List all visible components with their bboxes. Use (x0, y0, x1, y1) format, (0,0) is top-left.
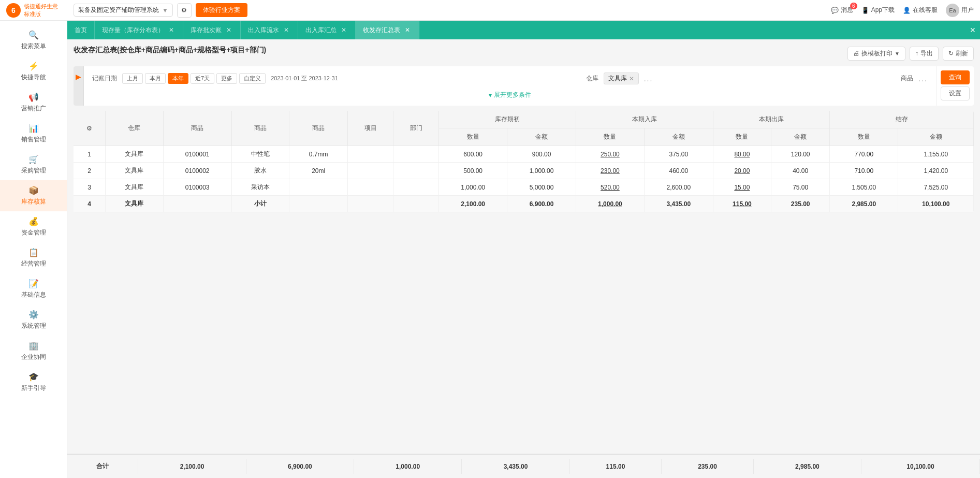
tab-bar: 首页 现存量（库存分布表） ✕ 库存批次账 ✕ 出入库流水 ✕ 出入库汇总 ✕ … (67, 21, 980, 39)
app-download-button[interactable]: 📱 App下载 (861, 6, 895, 15)
row-bal-amt: 1,155.00 (898, 146, 974, 163)
sidebar-item-basic[interactable]: 📝 基础信息 (0, 273, 67, 305)
row-in-qty[interactable]: 250.00 (576, 146, 644, 163)
row-out-amt: 75.00 (771, 179, 830, 196)
date-label: 记账日期 (92, 74, 117, 83)
row-in-amt: 375.00 (645, 146, 713, 163)
th-open-qty: 数量 (439, 128, 507, 146)
trial-button[interactable]: 体验行业方案 (196, 3, 247, 17)
tab-close-flow[interactable]: ✕ (282, 26, 290, 34)
sidebar-item-inventory[interactable]: 📦 库存核算 (0, 180, 67, 211)
sidebar-item-sales[interactable]: 📊 销售管理 (0, 118, 67, 149)
sidebar-item-search[interactable]: 🔍 搜索菜单 (0, 25, 67, 56)
row-out-qty[interactable]: 15.00 (713, 179, 771, 196)
th-in-qty: 数量 (576, 128, 644, 146)
tab-home[interactable]: 首页 (67, 21, 95, 39)
date-btn-this-month[interactable]: 本月 (145, 73, 166, 84)
subtotal-spec (289, 196, 348, 212)
basic-icon: 📝 (28, 279, 39, 288)
quick-icon: ⚡ (28, 61, 39, 71)
expand-button[interactable]: ▾ 展开更多条件 (489, 91, 531, 99)
warehouse-tag-close[interactable]: ✕ (629, 75, 634, 82)
row-in-qty[interactable]: 230.00 (576, 163, 644, 179)
tab-recv-send[interactable]: 收发存汇总表 ✕ (356, 21, 419, 39)
date-btn-last-month[interactable]: 上月 (122, 73, 143, 84)
th-bal-amt: 金额 (898, 128, 974, 146)
sidebar-item-purchase[interactable]: 🛒 采购管理 (0, 149, 67, 180)
filter-section: ▶ 记账日期 上月 本月 本年 近7天 更多 自定义 2023-01-01 (74, 66, 974, 106)
online-service-button[interactable]: 👤 在线客服 (903, 6, 938, 15)
service-icon: 👤 (903, 7, 911, 14)
row-out-qty[interactable]: 80.00 (713, 146, 771, 163)
row-spec: 0.7mm (289, 146, 348, 163)
footer-bal-qty: 2,985.00 (753, 459, 861, 474)
export-button[interactable]: ↑ 导出 (910, 47, 939, 61)
sidebar-item-system[interactable]: ⚙️ 系统管理 (0, 305, 67, 336)
query-button[interactable]: 查询 (941, 70, 970, 84)
sales-icon: 📊 (28, 123, 39, 133)
th-group-balance: 结存 (830, 111, 974, 128)
tab-flow[interactable]: 出入库流水 ✕ (241, 21, 298, 39)
row-warehouse: 文具库 (106, 163, 163, 179)
row-in-qty[interactable]: 520.00 (576, 179, 644, 196)
row-open-amt: 900.00 (507, 146, 576, 163)
subtotal-in-qty[interactable]: 1,000.00 (576, 196, 644, 212)
subtotal-out-qty[interactable]: 115.00 (713, 196, 771, 212)
message-button[interactable]: 💬 消息 6 (831, 6, 853, 15)
user-button[interactable]: Ea 用户 (946, 4, 974, 17)
footer-total-bar: 合计 2,100.00 6,900.00 1,000.00 3,435.00 1… (67, 454, 980, 478)
footer-open-amt: 6,900.00 (246, 459, 354, 474)
tab-close-batch[interactable]: ✕ (225, 26, 233, 34)
logo-text: 畅捷通好生意 标准版 (24, 3, 58, 18)
arrow-icon: ▶ (76, 73, 81, 81)
th-project: 项目 (348, 111, 393, 146)
row-name: 中性笔 (231, 146, 289, 163)
title-toolbar-row: 收发存汇总表(按仓库+商品编码+商品+规格型号+项目+部门) 🖨 换模板打印 ▼… (74, 46, 974, 61)
settings-button[interactable]: 设置 (941, 86, 970, 100)
subtotal-project (348, 196, 393, 212)
tab-close-inventory-dist[interactable]: ✕ (167, 26, 175, 34)
settings-icon[interactable]: ⚙ (177, 3, 192, 18)
refresh-button[interactable]: ↻ 刷新 (943, 47, 974, 61)
corp-icon: 🏢 (28, 341, 39, 351)
sidebar-item-newbie[interactable]: 🎓 新手引导 (0, 367, 67, 398)
logo-icon: 6 (6, 3, 21, 18)
date-btn-this-year[interactable]: 本年 (168, 73, 188, 84)
sidebar-item-operations[interactable]: 📋 经营管理 (0, 242, 67, 273)
template-print-button[interactable]: 🖨 换模板打印 ▼ (847, 47, 905, 61)
tab-summary[interactable]: 出入库汇总 ✕ (298, 21, 356, 39)
date-range-text: 2023-01-01 至 2023-12-31 (271, 75, 338, 82)
row-in-amt: 2,600.00 (645, 179, 713, 196)
tab-close-recv-send[interactable]: ✕ (403, 26, 412, 34)
th-group-open: 库存期初 (439, 111, 576, 128)
th-in-amt: 金额 (645, 128, 713, 146)
footer-out-qty: 115.00 (569, 459, 662, 474)
table-settings-icon[interactable]: ⚙ (86, 125, 92, 132)
tab-close-summary[interactable]: ✕ (340, 26, 348, 34)
footer-in-amt: 3,435.00 (462, 459, 569, 474)
row-open-qty: 600.00 (439, 146, 507, 163)
layout: 🔍 搜索菜单 ⚡ 快捷导航 📢 营销推广 📊 销售管理 🛒 采购管理 📦 库存核… (0, 0, 980, 478)
date-btn-7days[interactable]: 近7天 (191, 73, 214, 84)
row-name: 采访本 (231, 179, 289, 196)
th-code: 商品 (163, 111, 231, 146)
date-btn-more[interactable]: 更多 (216, 73, 237, 84)
sidebar-item-finance[interactable]: 💰 资金管理 (0, 211, 67, 242)
tab-batch[interactable]: 库存批次账 ✕ (183, 21, 241, 39)
row-out-qty[interactable]: 20.00 (713, 163, 771, 179)
tab-bar-close-icon[interactable]: ✕ (970, 26, 976, 34)
sidebar-item-quick[interactable]: ⚡ 快捷导航 (0, 56, 67, 87)
system-selector[interactable]: 装备及固定资产辅助管理系统 ▼ (74, 4, 173, 17)
warehouse-tag: 文具库 ✕ (604, 73, 639, 84)
goods-dots[interactable]: ... (918, 75, 928, 83)
spacer (74, 212, 974, 316)
table-row: 1 文具库 0100001 中性笔 0.7mm 600.00 900.00 25… (74, 146, 974, 163)
row-out-amt: 40.00 (771, 163, 830, 179)
collapse-arrow[interactable]: ▶ (74, 66, 84, 106)
sidebar-item-corp[interactable]: 🏢 企业协同 (0, 336, 67, 367)
sidebar-item-marketing[interactable]: 📢 营销推广 (0, 87, 67, 118)
warehouse-dots[interactable]: ... (644, 75, 653, 83)
date-btn-custom[interactable]: 自定义 (239, 73, 266, 84)
tab-inventory-dist[interactable]: 现存量（库存分布表） ✕ (95, 21, 183, 39)
refresh-icon: ↻ (948, 50, 954, 57)
